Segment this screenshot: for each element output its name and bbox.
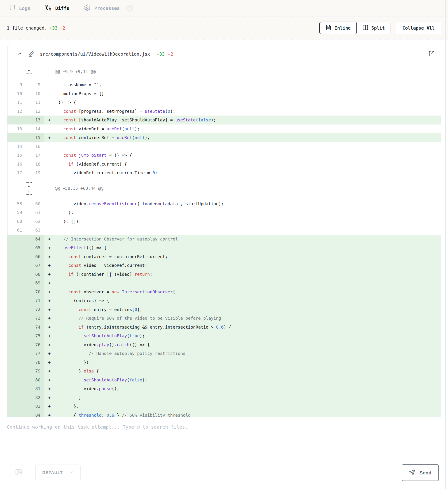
attach-image-button[interactable] (9, 465, 28, 481)
code-token: ); (142, 377, 147, 382)
diff-line: 5860 video.removeEventListener('loadedme… (8, 199, 441, 208)
new-line-number: 78 (26, 358, 44, 367)
line-code: const containerRef = useRef(null); (57, 133, 441, 142)
git-compare-icon (45, 4, 52, 12)
code-token: const (79, 307, 91, 312)
send-button[interactable]: Send (402, 464, 439, 481)
new-line-number: 12 (26, 107, 44, 116)
code-token: const (68, 289, 81, 294)
collapse-all-button[interactable]: Collapse All (396, 22, 441, 34)
old-line-number (8, 367, 26, 375)
code-token (58, 109, 64, 114)
diff-line: 78+ }); (8, 358, 441, 367)
old-line-number (8, 235, 26, 244)
new-line-number: 62 (26, 217, 44, 226)
old-line-number (8, 115, 26, 124)
line-marker: + (44, 393, 57, 402)
code-token: // 60% visibility threshold (122, 413, 191, 417)
code-token: observer = (81, 289, 112, 294)
line-marker: + (44, 358, 57, 367)
code-token: const (64, 126, 76, 131)
new-line-number: 9 (26, 80, 44, 89)
line-marker (44, 151, 57, 160)
new-line-number: 68 (26, 270, 44, 279)
composer-input[interactable]: Continue working on this task attempt...… (7, 424, 441, 430)
line-code: video.play().catch(() => { (57, 340, 441, 349)
diff-line: 71+ (entries) => { (8, 296, 441, 305)
code-token: useRef (107, 126, 122, 131)
diff-line: 1314 const videoRef = useRef(null); (8, 124, 441, 133)
file-additions: +33 (157, 51, 165, 57)
old-line-number (8, 278, 26, 287)
split-view-button[interactable]: Split (357, 22, 391, 34)
tab-processes[interactable]: Processes 3 (84, 4, 133, 12)
hunk-expand-controls: ↓↑ (8, 182, 39, 195)
code-token: ( (173, 289, 176, 294)
line-code: const jumpToStart = () => { (57, 151, 441, 160)
line-code: video.pause(); (57, 384, 441, 393)
line-marker: + (44, 323, 57, 332)
hunk-expand-controls: ↑ (8, 69, 39, 74)
code-token: = () => { (107, 153, 132, 158)
external-link-icon (429, 50, 435, 57)
line-code: (entries) => { (57, 296, 441, 305)
pencil-icon (28, 51, 34, 57)
tab-label: Diffs (55, 5, 69, 11)
line-code: const [progress, setProgress] = useState… (57, 107, 441, 116)
old-line-number: 13 (8, 124, 26, 133)
code-token: (entries) => { (58, 298, 109, 303)
diff-line: 13+ const [shouldAutoPlay, setShouldAuto… (8, 115, 441, 124)
diff-line: 65+ useEffect(() => { (8, 243, 441, 252)
model-selector[interactable]: DEFAULT (35, 465, 80, 481)
code-token: const (64, 109, 76, 114)
tab-diffs[interactable]: Diffs (45, 4, 69, 12)
inline-view-button[interactable]: Inline (319, 22, 357, 34)
code-token: (!container || !video) (73, 272, 135, 277)
line-code: videoRef.current.currentTime = 0; (57, 168, 441, 177)
code-token: useEffect (64, 245, 86, 250)
line-marker: + (44, 331, 57, 340)
diff-line: 76+ video.play().catch(() => { (8, 340, 441, 349)
old-line-number: 59 (8, 208, 26, 217)
collapse-file-button[interactable] (17, 51, 23, 57)
diff-line: 5961 }; (8, 208, 441, 217)
tab-label: Processes (94, 5, 120, 11)
new-line-number: 71 (26, 296, 44, 305)
composer: Continue working on this task attempt...… (0, 417, 448, 489)
code-token (58, 254, 68, 259)
code-token (58, 153, 64, 158)
line-code: const entry = entries[0]; (57, 305, 441, 314)
code-token (58, 245, 64, 250)
code-token: IntersectionObserver (122, 289, 173, 294)
expand-down-button[interactable]: ↓ (26, 182, 32, 188)
new-line-number: 17 (26, 151, 44, 160)
old-line-number (8, 358, 26, 367)
old-line-number (8, 393, 26, 402)
diff-line: 73+ // Require 60% of the video to be vi… (8, 314, 441, 323)
line-marker (44, 80, 57, 89)
new-line-number: 61 (26, 208, 44, 217)
line-marker: + (44, 252, 57, 261)
code-token: const (68, 263, 81, 268)
line-code: if (entry.isIntersecting && entry.inters… (57, 323, 441, 332)
code-token: pause (99, 386, 112, 391)
message-square-icon (9, 4, 16, 12)
old-line-number (8, 340, 26, 349)
line-code: motionProps = {} (57, 89, 441, 98)
old-line-number (8, 252, 26, 261)
open-file-external-button[interactable] (429, 50, 435, 57)
code-token: , startUpdating); (180, 201, 224, 206)
code-token: true (129, 333, 139, 338)
vertical-scrollbar[interactable] (445, 0, 446, 489)
line-code: } (57, 393, 441, 402)
code-token: play (99, 342, 109, 347)
old-line-number (8, 270, 26, 279)
expand-up-button[interactable]: ↑ (26, 69, 32, 74)
line-code: setShouldAutoPlay(false); (57, 375, 441, 384)
expand-up-button[interactable]: ↑ (26, 189, 32, 195)
line-marker: + (44, 375, 57, 384)
toolbar-actions: Inline Split Collapse All (319, 22, 441, 34)
diff-line: 1618 if (videoRef.current) { (8, 160, 441, 169)
summary-text: 1 file changed, (7, 25, 47, 31)
tab-logs[interactable]: Logs (9, 4, 30, 12)
